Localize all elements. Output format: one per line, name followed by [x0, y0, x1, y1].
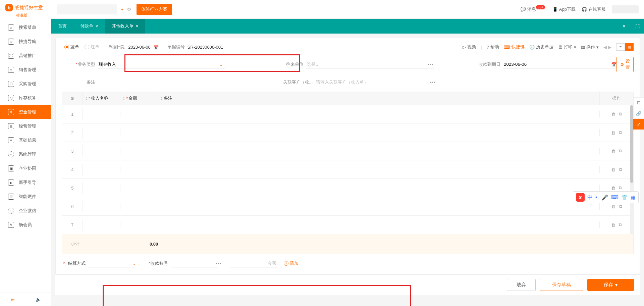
- sidebar-item-quick-nav[interactable]: ⌂快捷导航: [0, 35, 51, 49]
- ime-keyboard-icon[interactable]: ⌨: [611, 194, 619, 201]
- tabs-close-all[interactable]: ✕: [617, 19, 631, 34]
- cell-remark[interactable]: [158, 166, 600, 173]
- ime-lang[interactable]: 中: [587, 194, 593, 201]
- table-row[interactable]: 2🗑⧉: [62, 123, 633, 142]
- cell-remark[interactable]: [158, 111, 600, 117]
- add-settlement-button[interactable]: + 添加: [284, 260, 299, 266]
- delete-row-icon[interactable]: 🗑: [611, 149, 615, 154]
- biz-type-select[interactable]: [98, 60, 225, 68]
- history-button[interactable]: 🕘历史单据: [529, 44, 553, 50]
- cell-remark[interactable]: [158, 185, 600, 191]
- table-row[interactable]: 7🗑⧉: [62, 216, 633, 234]
- sidebar-sound[interactable]: 🔈: [25, 293, 51, 306]
- discard-button[interactable]: 放弃: [507, 279, 536, 291]
- col-remark[interactable]: ▴▾备注: [158, 92, 600, 105]
- grid-settings[interactable]: ⚙: [62, 92, 83, 105]
- save-button[interactable]: 保存▾: [587, 279, 634, 291]
- app-download-button[interactable]: 📱 App下载: [552, 6, 576, 12]
- copy-row-icon[interactable]: ⧉: [619, 185, 622, 191]
- more-icon[interactable]: •••: [216, 261, 221, 266]
- delete-row-icon[interactable]: 🗑: [611, 130, 615, 135]
- close-icon[interactable]: ✕: [95, 24, 98, 29]
- sidebar-item-inventory[interactable]: ⬡库存核算: [0, 91, 51, 105]
- chevron-down-icon[interactable]: ▾: [121, 7, 123, 12]
- ime-toolbar[interactable]: S 中 •, 🎤 ⌨ 👕 ▦: [573, 191, 639, 203]
- col-income-name[interactable]: ▴▾*收入名称: [83, 92, 120, 105]
- cell-amount[interactable]: [120, 166, 158, 173]
- cell-remark[interactable]: [158, 148, 600, 154]
- ime-mic-icon[interactable]: 🎤: [601, 194, 608, 201]
- radio-blue[interactable]: 蓝单: [64, 44, 79, 50]
- cell-income-name[interactable]: [83, 203, 120, 210]
- calendar-icon[interactable]: 📅: [611, 62, 616, 67]
- more-icon[interactable]: •••: [428, 62, 433, 67]
- ops-button[interactable]: ▦操作▾: [581, 44, 599, 50]
- copy-row-icon[interactable]: ⧉: [619, 130, 622, 135]
- cell-income-name[interactable]: [83, 166, 120, 173]
- more-icon[interactable]: •••: [430, 80, 436, 85]
- delete-row-icon[interactable]: 🗑: [611, 204, 615, 209]
- sidebar-item-member[interactable]: V畅会员: [0, 218, 51, 232]
- sidebar-item-basic-info[interactable]: ≡基础信息: [0, 133, 51, 147]
- cell-income-name[interactable]: [83, 185, 120, 191]
- cell-remark[interactable]: [158, 129, 600, 136]
- sidebar-item-hardware[interactable]: ☰智能硬件: [0, 190, 51, 204]
- cell-amount[interactable]: [120, 129, 158, 136]
- float-link-icon[interactable]: 🔗: [633, 108, 644, 119]
- cell-income-name[interactable]: [83, 148, 120, 154]
- online-service-button[interactable]: 🎧 在线客服: [582, 6, 606, 12]
- ime-skin-icon[interactable]: 👕: [621, 194, 628, 201]
- table-row[interactable]: 6🗑⧉: [62, 197, 633, 216]
- sidebar-item-finance[interactable]: ¥资金管理: [0, 105, 51, 119]
- copy-row-icon[interactable]: ⧉: [619, 167, 622, 172]
- rel-customer-input[interactable]: [315, 78, 436, 86]
- table-row[interactable]: 4🗑⧉: [62, 160, 633, 179]
- due-date-input[interactable]: [503, 60, 617, 68]
- next-record[interactable]: ▶: [608, 45, 611, 50]
- cell-income-name[interactable]: [83, 129, 120, 136]
- cell-amount[interactable]: [120, 203, 158, 210]
- calendar-icon[interactable]: 📅: [153, 45, 159, 50]
- save-draft-button[interactable]: 保存草稿: [540, 279, 583, 291]
- remark-input[interactable]: [98, 78, 225, 86]
- cell-remark[interactable]: [158, 221, 600, 228]
- cell-income-name[interactable]: [83, 221, 120, 228]
- copy-row-icon[interactable]: ⧉: [619, 204, 622, 209]
- sidebar-item-search-menu[interactable]: ⌕搜索菜单: [0, 20, 51, 35]
- sidebar-item-wechat[interactable]: ◌企业微信: [0, 204, 51, 218]
- float-expand-icon[interactable]: ⤢: [633, 119, 644, 130]
- video-button[interactable]: ▷视频: [463, 44, 476, 50]
- view-detail[interactable]: ▤: [625, 43, 634, 51]
- copy-row-icon[interactable]: ⧉: [619, 222, 622, 227]
- trial-button[interactable]: 体验行业方案: [137, 4, 172, 15]
- cell-amount[interactable]: [120, 185, 158, 191]
- print-button[interactable]: 🖶打印▾: [558, 44, 576, 50]
- cell-amount[interactable]: [120, 111, 158, 117]
- delete-row-icon[interactable]: 🗑: [611, 186, 615, 191]
- col-amount[interactable]: ▴▾*金额: [120, 92, 158, 105]
- delete-row-icon[interactable]: 🗑: [611, 222, 615, 227]
- tenant-selector[interactable]: [57, 4, 117, 14]
- settle-amount-input[interactable]: [230, 259, 277, 267]
- cell-amount[interactable]: [120, 148, 158, 154]
- copy-row-icon[interactable]: ⧉: [619, 148, 622, 154]
- copy-row-icon[interactable]: ⧉: [619, 111, 622, 117]
- messages-button[interactable]: 💬 消息 99+: [521, 6, 546, 12]
- user-avatar[interactable]: [612, 5, 639, 13]
- tab-payment[interactable]: 付款单✕: [73, 19, 105, 34]
- tab-other-income[interactable]: 其他收入单✕: [105, 19, 145, 34]
- table-row[interactable]: 5🗑⧉: [62, 179, 633, 197]
- sidebar-item-marketing[interactable]: ⛶营销推广: [0, 49, 51, 63]
- settings-gear-icon[interactable]: ⚙: [127, 7, 131, 12]
- radio-red[interactable]: 红单: [85, 44, 99, 50]
- scrollbar[interactable]: [630, 105, 633, 234]
- settings-button[interactable]: ⚙设置: [616, 57, 634, 72]
- prev-record[interactable]: ◀: [603, 45, 607, 50]
- ime-toolbox-icon[interactable]: ▦: [631, 194, 636, 201]
- sidebar-item-collab[interactable]: ▣企业协同: [0, 161, 51, 175]
- view-list[interactable]: ≡: [616, 43, 625, 51]
- sidebar-item-system[interactable]: ○系统管理: [0, 147, 51, 161]
- sidebar-collapse-left[interactable]: ⇤: [0, 293, 25, 306]
- ime-punct-icon[interactable]: •,: [595, 194, 599, 200]
- partner-select[interactable]: [306, 60, 434, 68]
